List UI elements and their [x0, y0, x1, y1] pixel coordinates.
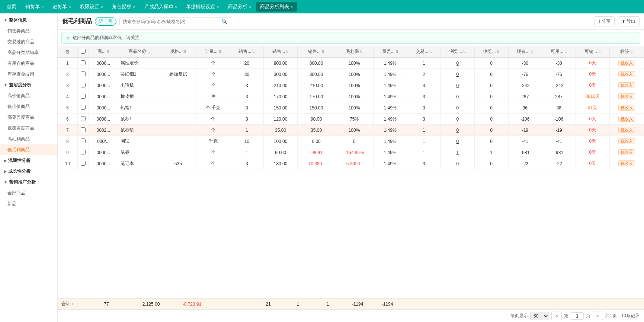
browse1[interactable]: 0 — [441, 80, 475, 91]
sidebar-group-差耐度分析[interactable]: ▼差耐度分析 — [0, 80, 57, 90]
sidebar-item-高价值商品[interactable]: 高价值商品 — [0, 90, 57, 101]
product-unit: 个 — [196, 158, 230, 169]
col-header-unit[interactable]: 计量...⇅ — [196, 46, 230, 58]
sidebar-item-销售类商品[interactable]: 销售类商品 — [0, 26, 57, 36]
col-header-browse1[interactable]: 浏览...⇅ — [441, 46, 475, 58]
col-header-available[interactable]: 可用...⇅ — [542, 46, 576, 58]
nav-item-产成品入库单[interactable]: 产成品入库单× — [141, 2, 181, 12]
browse1[interactable]: 0 — [441, 91, 475, 102]
sidebar-group-营销推广分析[interactable]: ▼营销推广分析 — [0, 177, 57, 188]
export-button[interactable]: ⬆ 导出 — [618, 16, 640, 26]
row-checkbox[interactable] — [81, 94, 86, 99]
row-checkbox[interactable] — [81, 60, 86, 65]
col-header-sale_profit[interactable]: 销售...⇅ — [297, 46, 335, 58]
sidebar-group-流通性分析[interactable]: ▶流通性分析 — [0, 155, 57, 166]
available-stock: 36 — [542, 102, 576, 114]
browse1[interactable]: 0 — [441, 114, 475, 125]
row-checkbox[interactable] — [81, 71, 86, 76]
col-header-code[interactable]: 商...⇅ — [89, 46, 118, 58]
browse1[interactable]: 1 — [441, 147, 475, 158]
sidebar-item-商品分类助销率[interactable]: 商品分类助销率 — [0, 47, 57, 58]
browse1[interactable]: 0 — [441, 125, 475, 136]
sidebar-group-整体信息[interactable]: ▼整体信息 — [0, 15, 57, 26]
browse1[interactable]: 0 — [441, 58, 475, 69]
row-checkbox[interactable] — [81, 161, 86, 166]
nav-item-销货单[interactable]: 销货单× — [22, 2, 47, 12]
sidebar-item-新品[interactable]: 新品 — [0, 198, 57, 209]
select-all-checkbox[interactable] — [81, 49, 86, 54]
settings-icon[interactable]: ⚙ — [64, 47, 71, 56]
share-button[interactable]: ⤴ 分享 — [594, 16, 615, 26]
product-spec — [160, 58, 196, 69]
nav-close-icon[interactable]: × — [133, 4, 135, 9]
col-header-sale_qty[interactable]: 销售...⇅ — [230, 46, 264, 58]
col-header-saleable[interactable]: 可销...⇅ — [576, 46, 609, 58]
col-header-current_stock[interactable]: 现有...⇅ — [508, 46, 542, 58]
total-browse2: 1 — [313, 302, 343, 307]
notice-bar: ☆ 这部分商品的利润非常低，请关注 — [61, 32, 640, 44]
table-container: ⚙商...⇅商品名称⇅规格...⇅计量...⇅销售...⇅销售...⇅销售...… — [58, 46, 644, 298]
col-header-tag[interactable]: 标签⇅ — [609, 46, 644, 58]
sidebar-item-低毛利商品[interactable]: 低毛利商品 — [0, 144, 57, 155]
browse1[interactable]: 0 — [441, 136, 475, 147]
nav-item-进货单[interactable]: 进货单× — [49, 2, 74, 12]
available-stock: -106 — [542, 114, 576, 125]
sidebar-item-有库存的商品[interactable]: 有库存的商品 — [0, 58, 57, 69]
sidebar-item-低覆盖度商品[interactable]: 低覆盖度商品 — [0, 123, 57, 134]
nav-item-商品分析[interactable]: 商品分析× — [224, 2, 255, 12]
cover-rate: 1.49% — [373, 125, 407, 136]
nav-close-icon[interactable]: × — [175, 4, 177, 9]
nav-close-icon[interactable]: × — [68, 4, 71, 9]
nav-item-权限设置[interactable]: 权限设置× — [76, 2, 107, 12]
col-header-gross_margin[interactable]: 毛利率⇅ — [335, 46, 373, 58]
browse1[interactable]: 0 — [441, 69, 475, 80]
sale-profit: 800.00 — [297, 58, 335, 69]
browse1[interactable]: 0 — [441, 102, 475, 114]
search-input[interactable] — [123, 19, 221, 24]
col-header-name[interactable]: 商品名称⇅ — [118, 46, 160, 58]
row-checkbox[interactable] — [81, 105, 86, 110]
row-checkbox[interactable] — [81, 138, 86, 143]
page-size-select[interactable]: 50 20 100 — [530, 312, 549, 320]
sidebar-group-成长性分析[interactable]: ▶成长性分析 — [0, 166, 57, 177]
pagination: 每页显示 50 20 100 ＜ 第 页 ＞ 共1页，10条记录 — [58, 309, 644, 322]
sidebar-item-低价值商品[interactable]: 低价值商品 — [0, 101, 57, 112]
col-header-spec[interactable]: 规格...⇅ — [160, 46, 196, 58]
nav-item-角色授权[interactable]: 角色授权× — [108, 2, 139, 12]
browse2: 0 — [474, 91, 508, 102]
nav-item-首页[interactable]: 首页 — [3, 2, 20, 12]
browse1[interactable]: 0 — [441, 158, 475, 169]
col-header-trade_cnt[interactable]: 交易...⇅ — [407, 46, 441, 58]
prev-page-button[interactable]: ＜ — [551, 312, 562, 320]
nav-item-单据模板设置[interactable]: 单据模板设置× — [182, 2, 222, 12]
current-stock: -41 — [508, 136, 542, 147]
page-label: 第 — [564, 313, 568, 319]
col-header-sale_price[interactable]: 销售...⇅ — [264, 46, 298, 58]
table-row: 20000...吴细细1参加复试个30300.00300.00100%1.49%… — [58, 69, 644, 80]
product-tag: 低收入 — [609, 158, 644, 169]
page-number-input[interactable] — [571, 312, 584, 320]
sidebar-item-高覆盖度商品[interactable]: 高覆盖度商品 — [0, 112, 57, 123]
row-checkbox[interactable] — [81, 127, 86, 132]
col-header-browse2[interactable]: 浏览...⇅ — [474, 46, 508, 58]
sidebar-item-交易过的商品[interactable]: 交易过的商品 — [0, 36, 57, 47]
browse2: 0 — [474, 125, 508, 136]
col-header-cover_rate[interactable]: 覆盖...⇅ — [373, 46, 407, 58]
sidebar-item-高毛利商品[interactable]: 高毛利商品 — [0, 134, 57, 144]
nav-item-商品分析列表[interactable]: 商品分析列表× — [256, 2, 297, 12]
nav-close-icon[interactable]: × — [217, 4, 219, 9]
filter-button[interactable]: 近一月 — [95, 17, 116, 26]
nav-close-icon[interactable]: × — [291, 4, 293, 9]
row-checkbox[interactable] — [81, 150, 86, 154]
sidebar-item-全部商品[interactable]: 全部商品 — [0, 188, 57, 198]
nav-close-icon[interactable]: × — [249, 4, 251, 9]
nav-close-icon[interactable]: × — [41, 4, 44, 9]
gross-margin: 75% — [335, 114, 373, 125]
group-arrow-icon: ▶ — [4, 159, 7, 163]
row-checkbox[interactable] — [81, 116, 86, 121]
sidebar-item-库存资金占用[interactable]: 库存资金占用 — [0, 69, 57, 80]
saleable-days: 0天 — [576, 58, 609, 69]
row-checkbox[interactable] — [81, 83, 86, 87]
nav-close-icon[interactable]: × — [101, 4, 103, 9]
next-page-button[interactable]: ＞ — [593, 312, 603, 320]
